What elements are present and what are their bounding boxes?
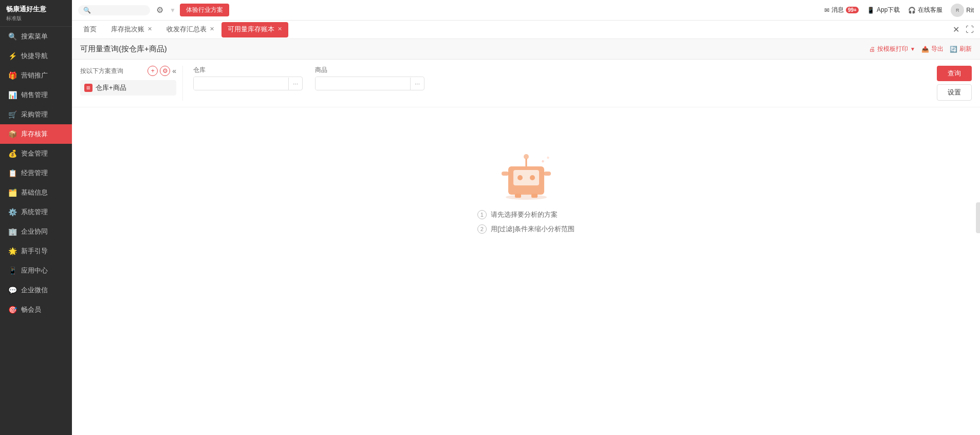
svg-point-0 — [506, 195, 547, 200]
sidebar-header: 畅康通好生意 标准版 — [0, 0, 72, 27]
sidebar-item-label: 库存核算 — [21, 129, 48, 139]
print-icon: 🖨 — [869, 46, 875, 53]
sidebar-item-marketing[interactable]: 🎁 营销推广 — [0, 66, 72, 85]
tab-batch-ledger-close[interactable]: ✕ — [147, 26, 152, 32]
avatar: R — [951, 4, 964, 17]
message-label: 消息 — [831, 6, 844, 14]
print-template-button[interactable]: 🖨 按模板打印 ▼ — [869, 45, 915, 53]
main-area: 🔍 ⚙ ▼ 体验行业方案 ✉ 消息 99+ 📱 App下载 🎧 在线客服 R — [72, 0, 980, 435]
topbar-right: ✉ 消息 99+ 📱 App下载 🎧 在线客服 R Rit — [824, 4, 974, 17]
username-label: Rit — [966, 7, 974, 14]
sidebar-item-member[interactable]: 🎯 畅会员 — [0, 300, 72, 319]
sidebar-item-appcenter[interactable]: 📱 应用中心 — [0, 261, 72, 280]
empty-tip-2: 2 用[过滤]条件来缩小分析范围 — [477, 224, 575, 234]
online-service-label: 在线客服 — [918, 6, 942, 14]
wechat-icon: 💬 — [8, 286, 17, 294]
sidebar-item-purchase[interactable]: 🛒 采购管理 — [0, 105, 72, 124]
tab-available-stock-close[interactable]: ✕ — [278, 26, 282, 32]
query-section: 按以下方案查询 + ⚙ « ⊞ 仓库+商品 仓库 — [72, 60, 980, 107]
tabs-actions: ✕ ⛶ — [951, 23, 976, 36]
refresh-label: 刷新 — [959, 45, 972, 53]
print-template-label: 按模板打印 — [877, 45, 908, 53]
tab-home[interactable]: 首页 — [76, 22, 104, 38]
warehouse-filter: 仓库 ··· — [193, 66, 303, 90]
trial-industry-button[interactable]: 体验行业方案 — [180, 4, 229, 16]
svg-rect-5 — [515, 194, 521, 198]
warehouse-input[interactable] — [194, 77, 288, 90]
online-service-button[interactable]: 🎧 在线客服 — [908, 6, 942, 14]
export-button[interactable]: 📤 导出 — [921, 45, 944, 53]
app-download-button[interactable]: 📱 App下载 — [867, 6, 900, 14]
operation-icon: 📋 — [8, 169, 17, 177]
svg-point-8 — [524, 154, 529, 159]
product-input[interactable] — [316, 77, 410, 90]
query-button[interactable]: 查询 — [937, 66, 972, 81]
right-scrollbar[interactable] — [976, 202, 980, 233]
product-filter: 商品 ··· — [315, 66, 424, 90]
user-avatar-area[interactable]: R Rit — [951, 4, 974, 17]
warehouse-more-button[interactable]: ··· — [288, 78, 302, 90]
product-label: 商品 — [315, 66, 424, 74]
svg-point-4 — [530, 175, 535, 180]
tab-home-label: 首页 — [83, 25, 97, 34]
svg-rect-10 — [544, 172, 551, 176]
tab-close-button[interactable]: ✕ — [951, 23, 961, 36]
sidebar-item-inventory[interactable]: 📦 库存核算 — [0, 124, 72, 144]
sidebar-item-label: 企业微信 — [21, 286, 48, 295]
settings-button[interactable]: 设置 — [937, 84, 972, 101]
sidebar-item-shortcut[interactable]: ⚡ 快捷导航 — [0, 46, 72, 66]
empty-tip-1: 1 请先选择要分析的方案 — [477, 210, 575, 219]
product-input-row: ··· — [315, 77, 424, 90]
page-actions: 🖨 按模板打印 ▼ 📤 导出 🔄 刷新 — [869, 45, 972, 53]
sidebar-item-enterprise[interactable]: 🏢 企业协同 — [0, 222, 72, 241]
empty-tips: 1 请先选择要分析的方案 2 用[过滤]条件来缩小分析范围 — [477, 210, 575, 234]
sidebar-item-operation[interactable]: 📋 经营管理 — [0, 163, 72, 183]
refresh-button[interactable]: 🔄 刷新 — [950, 45, 972, 53]
warehouse-label: 仓库 — [193, 66, 303, 74]
message-button[interactable]: ✉ 消息 99+ — [824, 6, 859, 14]
export-icon: 📤 — [921, 46, 929, 53]
scheme-panel-header: 按以下方案查询 + ⚙ « — [80, 66, 176, 76]
scheme-panel: 按以下方案查询 + ⚙ « ⊞ 仓库+商品 — [80, 66, 183, 101]
svg-point-3 — [517, 175, 523, 180]
sidebar-item-finance[interactable]: 💰 资金管理 — [0, 144, 72, 163]
sidebar-item-system[interactable]: ⚙️ 系统管理 — [0, 202, 72, 222]
step2-num: 2 — [477, 224, 487, 234]
sidebar-item-label: 营销推广 — [21, 71, 48, 80]
sidebar-item-newguide[interactable]: 🌟 新手引导 — [0, 241, 72, 261]
tab-stock-summary-close[interactable]: ✕ — [210, 26, 214, 32]
sidebar-item-sales[interactable]: 📊 销售管理 — [0, 85, 72, 105]
sidebar: 畅康通好生意 标准版 🔍 搜索菜单 ⚡ 快捷导航 🎁 营销推广 📊 销售管理 🛒… — [0, 0, 72, 435]
brand-name: 畅康通好生意 — [6, 5, 66, 14]
topbar-search-box[interactable]: 🔍 — [78, 5, 150, 15]
tab-expand-button[interactable]: ⛶ — [964, 23, 976, 36]
settings-icon[interactable]: ⚙ — [154, 3, 165, 17]
sidebar-nav: 🔍 搜索菜单 ⚡ 快捷导航 🎁 营销推广 📊 销售管理 🛒 采购管理 📦 库存核… — [0, 27, 72, 435]
marketing-icon: 🎁 — [8, 71, 17, 80]
sidebar-item-search[interactable]: 🔍 搜索菜单 — [0, 27, 72, 46]
svg-rect-2 — [513, 170, 539, 185]
settings-scheme-button[interactable]: ⚙ — [160, 66, 170, 76]
sidebar-item-basic[interactable]: 🗂️ 基础信息 — [0, 183, 72, 202]
tab-stock-summary[interactable]: 收发存汇总表 ✕ — [159, 22, 221, 38]
sidebar-item-label: 企业协同 — [21, 227, 48, 236]
empty-state: 1 请先选择要分析的方案 2 用[过滤]条件来缩小分析范围 — [72, 107, 980, 275]
filter-fields: 仓库 ··· 商品 ··· 查询 设置 — [183, 66, 972, 101]
sidebar-item-label: 经营管理 — [21, 168, 48, 178]
sidebar-item-label: 销售管理 — [21, 90, 48, 100]
enterprise-icon: 🏢 — [8, 228, 17, 236]
svg-rect-9 — [502, 172, 509, 176]
appcenter-icon: 📱 — [8, 267, 17, 275]
product-more-button[interactable]: ··· — [410, 78, 424, 90]
scheme-item-warehouse-product[interactable]: ⊞ 仓库+商品 — [80, 80, 176, 96]
sidebar-item-label: 搜索菜单 — [21, 32, 48, 41]
export-label: 导出 — [931, 45, 944, 53]
sales-icon: 📊 — [8, 91, 17, 99]
sidebar-item-wechat[interactable]: 💬 企业微信 — [0, 280, 72, 300]
collapse-scheme-button[interactable]: « — [172, 67, 176, 75]
query-action-col: 查询 设置 — [937, 66, 972, 101]
tab-available-stock[interactable]: 可用量库存账本 ✕ — [221, 22, 288, 37]
refresh-icon: 🔄 — [950, 46, 957, 53]
tab-batch-ledger[interactable]: 库存批次账 ✕ — [104, 22, 159, 38]
add-scheme-button[interactable]: + — [147, 66, 158, 76]
